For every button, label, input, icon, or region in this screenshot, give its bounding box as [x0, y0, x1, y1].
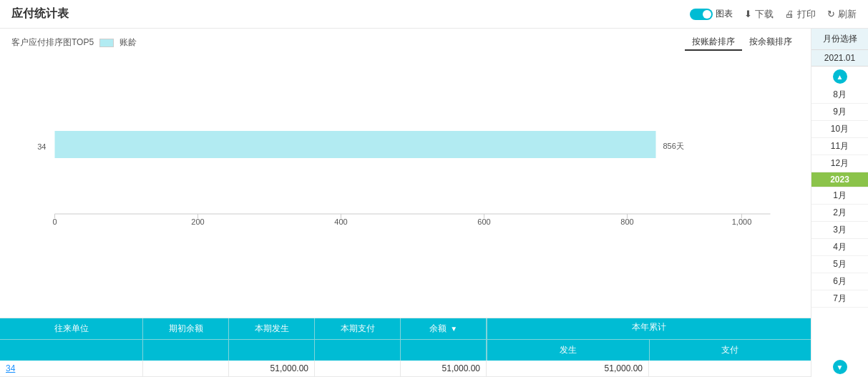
nav-down-arrow[interactable]: ▼: [833, 360, 847, 374]
balance-sort-icon: ▼: [450, 325, 457, 333]
sort-by-account-btn[interactable]: 按账龄排序: [685, 34, 742, 51]
sidebar-month-item[interactable]: 1月: [811, 187, 868, 205]
sidebar-month-item[interactable]: 12月: [811, 155, 868, 172]
td-year-pay: [649, 361, 811, 376]
td-unit[interactable]: 34: [0, 361, 143, 376]
print-button[interactable]: 🖨 打印: [785, 8, 816, 21]
chart-toggle-label: 图表: [716, 8, 733, 20]
header-actions: 图表 ⬇ 下载 🖨 打印 ↻ 刷新: [690, 8, 857, 21]
sidebar-month-item[interactable]: 3月: [811, 222, 868, 239]
sidebar-nav-up[interactable]: ▲: [811, 67, 868, 87]
legend-title: 客户应付排序图TOP5: [11, 36, 94, 49]
sort-buttons: 按账龄排序 按余额排序: [685, 34, 799, 51]
th-period-pay-sub: [315, 340, 401, 361]
table-header-row2: 发生 支付: [0, 339, 811, 361]
svg-text:856天: 856天: [663, 142, 684, 150]
month-sidebar: 月份选择 2021.01 ▲ 8月9月10月11月12月20231月2月3月4月…: [811, 29, 868, 377]
chart-toggle[interactable]: [690, 9, 713, 20]
sidebar-month-item[interactable]: 9月: [811, 104, 868, 121]
sidebar-nav-down[interactable]: ▼: [811, 357, 868, 377]
print-label: 打印: [797, 8, 816, 21]
svg-text:600: 600: [477, 217, 490, 226]
sidebar-month-item[interactable]: 5月: [811, 256, 868, 273]
sidebar-month-item[interactable]: 8月: [811, 87, 868, 104]
td-period-occur: 51,000.00: [229, 361, 315, 376]
legend-color-label: 账龄: [120, 36, 137, 49]
svg-text:0: 0: [52, 217, 57, 226]
th-period-occur-sub: [229, 340, 315, 361]
bar-chart: 34 856天 0 200 400 600 800 1,000: [11, 57, 799, 243]
refresh-button[interactable]: ↻ 刷新: [827, 8, 857, 21]
chart-toggle-wrap[interactable]: 图表: [690, 8, 733, 20]
th-balance: 余额 ▼: [401, 318, 487, 339]
sidebar-month-item[interactable]: 11月: [811, 138, 868, 155]
sidebar-month-item[interactable]: 10月: [811, 121, 868, 138]
td-period-balance: [143, 361, 229, 376]
chart-legend: 客户应付排序图TOP5 账龄: [11, 36, 137, 49]
th-period-pay: 本期支付: [315, 318, 401, 339]
sidebar-month-item[interactable]: 2023: [811, 172, 868, 187]
th-year-total: 本年累计: [487, 318, 811, 339]
chart-bar: [55, 131, 656, 158]
sidebar-month-item[interactable]: 4月: [811, 239, 868, 256]
th-period-occur: 本期发生: [229, 318, 315, 339]
sidebar-month-item[interactable]: 6月: [811, 273, 868, 290]
th-year-occur: 发生: [487, 340, 650, 361]
nav-up-arrow[interactable]: ▲: [833, 69, 847, 84]
sidebar-title: 月份选择: [811, 29, 868, 50]
sidebar-month-item[interactable]: 7月: [811, 290, 868, 308]
svg-text:1,000: 1,000: [732, 217, 752, 226]
svg-text:200: 200: [191, 217, 204, 226]
table-header-row1: 往来单位 期初余额 本期发生 本期支付 余额 ▼ 本年累计: [0, 318, 811, 339]
th-year-pay: 支付: [650, 340, 811, 361]
data-table: 往来单位 期初余额 本期发生 本期支付 余额 ▼ 本年累计: [0, 318, 811, 377]
sidebar-month-item[interactable]: 2月: [811, 205, 868, 222]
chart-container: 34 856天 0 200 400 600 800 1,000: [0, 57, 811, 318]
sidebar-month-list: 8月9月10月11月12月20231月2月3月4月5月6月7月: [811, 87, 868, 357]
th-unit: 往来单位: [0, 318, 143, 339]
print-icon: 🖨: [785, 9, 794, 19]
refresh-label: 刷新: [838, 8, 857, 21]
legend-color-box: [99, 39, 114, 47]
download-label: 下载: [755, 8, 774, 21]
download-icon: ⬇: [744, 9, 752, 19]
refresh-icon: ↻: [827, 9, 835, 19]
page-title: 应付统计表: [11, 6, 69, 21]
td-period-pay: [315, 361, 401, 376]
svg-text:800: 800: [620, 217, 633, 226]
sidebar-current-month: 2021.01: [811, 50, 868, 67]
th-unit-sub: [0, 340, 143, 361]
th-period-balance: 期初余额: [143, 318, 229, 339]
chart-header: 客户应付排序图TOP5 账龄 按账龄排序 按余额排序: [0, 29, 811, 57]
sort-by-balance-btn[interactable]: 按余额排序: [742, 34, 799, 51]
td-balance: 51,000.00: [401, 361, 487, 376]
download-button[interactable]: ⬇ 下载: [744, 8, 774, 21]
svg-text:34: 34: [37, 142, 46, 151]
th-period-bal-sub: [143, 340, 229, 361]
table-row: 34 51,000.00 51,000.00 51,000.00: [0, 361, 811, 377]
svg-text:400: 400: [334, 217, 347, 226]
th-balance-sub: [401, 340, 487, 361]
td-year-occur: 51,000.00: [487, 361, 649, 376]
